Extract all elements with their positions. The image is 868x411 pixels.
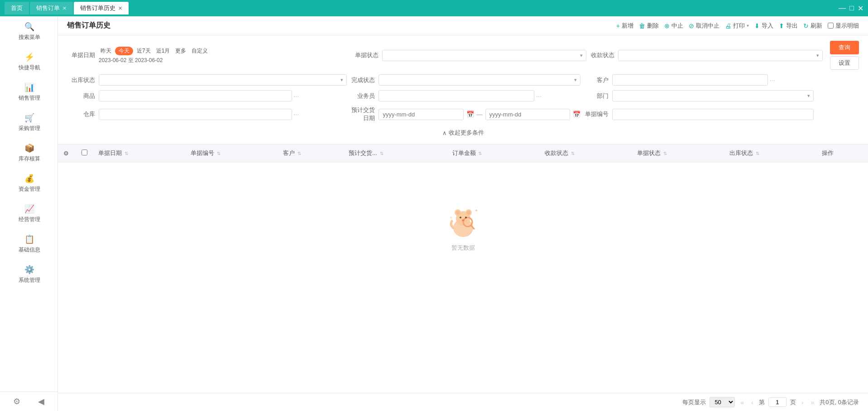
th-doc-status-sort: ⇅ (663, 151, 667, 156)
date-tab-last1m[interactable]: 近1月 (154, 47, 172, 55)
svg-point-8 (460, 217, 461, 218)
set-button[interactable]: 设置 (830, 56, 859, 70)
sidebar-item-sales-mgmt[interactable]: 📊 销售管理 (0, 77, 58, 107)
svg-text:✦: ✦ (450, 216, 453, 220)
sidebar-item-quick-nav-label: 快捷导航 (19, 64, 40, 72)
query-button[interactable]: 查询 (830, 41, 859, 54)
th-delivery[interactable]: 预计交货... ⇅ (343, 145, 447, 162)
quick-nav-icon: ⚡ (24, 52, 34, 62)
cancel-stop-label: 取消中止 (696, 22, 719, 30)
next-page-btn[interactable]: › (800, 398, 806, 407)
sidebar-item-basic-info[interactable]: 📋 基础信息 (0, 229, 58, 259)
complete-select[interactable] (379, 74, 580, 86)
settings-icon: ⚙ (63, 150, 69, 157)
dept-label: 部门 (580, 92, 612, 100)
sales-person-input[interactable] (379, 90, 534, 102)
maximize-btn[interactable]: □ (849, 4, 854, 12)
sidebar-item-sales-mgmt-label: 销售管理 (19, 94, 40, 102)
sidebar-item-basic-info-label: 基础信息 (19, 246, 40, 254)
page-number-input[interactable]: 1 (768, 397, 786, 407)
stop-icon: ⊗ (664, 22, 670, 29)
delivery-date-dash: — (477, 111, 483, 118)
th-settings[interactable]: ⚙ (58, 145, 76, 162)
add-label: 新增 (622, 22, 633, 30)
date-tab-last7[interactable]: 近7天 (135, 47, 153, 55)
th-date[interactable]: 单据日期 ⇅ (93, 145, 185, 162)
tab-sales-order-history[interactable]: 销售订单历史 ✕ (74, 2, 129, 15)
page-size-select[interactable]: 50 20 100 (710, 397, 735, 407)
sidebar-item-search-menu[interactable]: 🔍 搜索菜单 (0, 16, 58, 47)
warehouse-ellipsis[interactable]: ··· (292, 111, 301, 118)
th-checkbox[interactable] (76, 145, 93, 162)
sidebar-item-funds[interactable]: 💰 资金管理 (0, 168, 58, 198)
th-no[interactable]: 单据编号 ⇅ (185, 145, 278, 162)
sidebar-item-ops[interactable]: 📈 经营管理 (0, 198, 58, 229)
prev-page-btn[interactable]: ‹ (749, 398, 755, 407)
outbound-select[interactable] (99, 74, 347, 86)
delivery-cal-to-icon[interactable]: 📅 (573, 111, 580, 118)
export-button[interactable]: ⬆ 导出 (779, 22, 798, 30)
doc-status-select-wrapper: ▾ (382, 50, 587, 61)
tab-sales-order-close[interactable]: ✕ (62, 5, 67, 11)
print-label: 打印 (733, 22, 745, 30)
pay-status-label: 收款状态 (586, 51, 618, 59)
close-btn[interactable]: ✕ (858, 4, 863, 13)
warehouse-input[interactable] (99, 109, 292, 120)
filter-pay-status: 收款状态 ▾ (586, 50, 823, 61)
basic-info-icon: 📋 (24, 234, 34, 244)
sidebar-item-purchase-mgmt[interactable]: 🛒 采购管理 (0, 107, 58, 138)
import-button[interactable]: ⬇ 导入 (754, 22, 773, 30)
th-amount[interactable]: 订单金额 ⇅ (447, 145, 539, 162)
refresh-icon: ↻ (803, 22, 809, 29)
filter-doc-status: 单据状态 ▾ (350, 50, 587, 61)
th-amount-label: 订单金额 (452, 150, 476, 156)
pay-status-select[interactable] (618, 50, 823, 61)
select-all-checkbox[interactable] (82, 150, 87, 155)
print-button[interactable]: 🖨 打印 ▾ (725, 22, 749, 30)
minimize-btn[interactable]: — (839, 4, 846, 12)
goods-input[interactable] (99, 90, 292, 102)
collapse-button[interactable]: ∧ 收起更多条件 (442, 129, 484, 137)
cancel-stop-button[interactable]: ⊘ 取消中止 (689, 22, 719, 30)
stop-button[interactable]: ⊗ 中止 (664, 22, 683, 30)
last-page-btn[interactable]: » (809, 398, 816, 407)
dept-select[interactable] (612, 90, 814, 102)
refresh-button[interactable]: ↻ 刷新 (803, 22, 822, 30)
date-tab-today[interactable]: 今天 (115, 47, 133, 55)
delivery-date-to[interactable] (485, 109, 570, 120)
th-customer[interactable]: 客户 ⇅ (278, 145, 343, 162)
sidebar: 🔍 搜索菜单 ⚡ 快捷导航 📊 销售管理 🛒 采购管理 📦 库存核算 💰 资金管… (0, 16, 58, 411)
display-dense-checkbox[interactable] (828, 23, 834, 29)
delivery-cal-from-icon[interactable]: 📅 (466, 111, 474, 118)
doc-status-select[interactable] (382, 50, 587, 61)
import-icon: ⬇ (754, 22, 760, 29)
display-dense-toggle[interactable]: 显示明细 (828, 22, 859, 30)
delivery-date-from[interactable] (379, 109, 463, 120)
date-tab-more[interactable]: 更多 (173, 47, 188, 55)
doc-no-input[interactable] (612, 109, 814, 120)
sidebar-settings-icon[interactable]: ⚙ (13, 396, 20, 406)
sales-person-ellipsis[interactable]: ··· (534, 92, 543, 100)
th-out-status[interactable]: 出库状态 ⇅ (724, 145, 816, 162)
sales-person-label: 业务员 (347, 92, 379, 100)
sidebar-item-inventory[interactable]: 📦 库存核算 (0, 138, 58, 168)
goods-ellipsis[interactable]: ··· (292, 92, 301, 100)
date-tab-custom[interactable]: 自定义 (190, 47, 210, 55)
sidebar-item-system-mgmt[interactable]: ⚙️ 系统管理 (0, 259, 58, 290)
th-doc-status-label: 单据状态 (637, 150, 661, 156)
add-button[interactable]: + 新增 (616, 22, 633, 30)
th-doc-status[interactable]: 单据状态 ⇅ (632, 145, 724, 162)
tab-sales-order[interactable]: 销售订单 ✕ (30, 2, 73, 15)
ops-icon: 📈 (24, 204, 34, 214)
sidebar-item-quick-nav[interactable]: ⚡ 快捷导航 (0, 47, 58, 77)
date-tab-yesterday[interactable]: 昨天 (99, 47, 113, 55)
tab-sales-order-history-close[interactable]: ✕ (118, 5, 122, 11)
delivery-date-label: 预计交货日期 (347, 106, 379, 122)
customer-ellipsis[interactable]: ··· (768, 77, 777, 84)
customer-input[interactable] (612, 74, 768, 86)
tab-home[interactable]: 首页 (5, 2, 29, 15)
first-page-btn[interactable]: « (739, 398, 746, 407)
delete-button[interactable]: 🗑 删除 (639, 22, 659, 30)
sidebar-collapse-icon[interactable]: ◀ (38, 396, 44, 406)
th-pay-status[interactable]: 收款状态 ⇅ (539, 145, 632, 162)
